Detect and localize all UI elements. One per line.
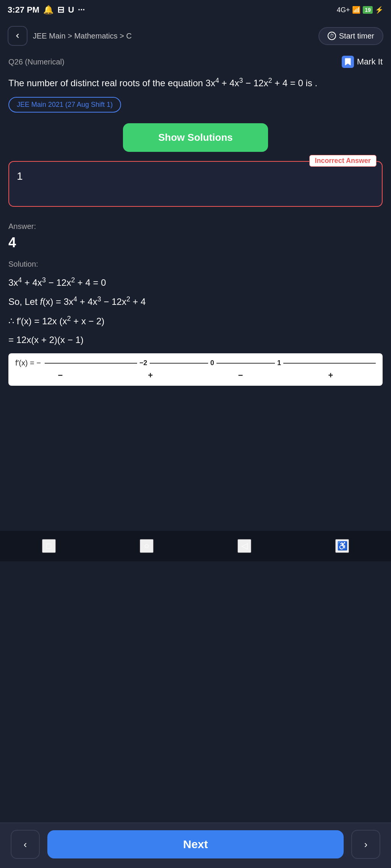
network-label: 4G+ — [337, 6, 350, 14]
question-tag: JEE Main 2021 (27 Aug Shift 1) — [8, 97, 121, 113]
nl-point-2: −2 — [137, 359, 150, 367]
sign-1: − — [58, 370, 63, 380]
back-button[interactable] — [8, 26, 27, 46]
solution-line-1: 3x4 + 4x3 − 12x2 + 4 = 0 — [8, 274, 383, 291]
android-home-btn[interactable]: ○ — [140, 539, 153, 553]
timer-button[interactable]: ⏱ Start timer — [318, 27, 383, 45]
next-button[interactable]: Next — [47, 830, 344, 858]
nl-point-3: 0 — [208, 359, 217, 367]
more-icon: ··· — [78, 5, 85, 15]
sign-4: + — [328, 370, 333, 380]
question-header: Q26 (Numerical) Mark It — [0, 52, 391, 70]
circle-icon: ○ — [144, 541, 149, 551]
timer-icon: ⏱ — [328, 32, 336, 40]
status-bar: 3:27 PM 🔔 ⊟ U ··· 4G+ 📶 19 ⚡ — [0, 0, 391, 20]
signal-icon: 📶 — [352, 6, 360, 14]
next-arrow-button[interactable]: › — [351, 830, 380, 859]
sign-3: − — [238, 370, 243, 380]
sign-2: + — [148, 370, 153, 380]
accessibility-icon: ♿ — [337, 541, 347, 551]
number-line-container: f′(x) = − −2 0 1 − + − + — [8, 353, 383, 386]
solution-math: 3x4 + 4x3 − 12x2 + 4 = 0 So, Let f(x) = … — [8, 274, 383, 348]
sim-label: U — [68, 5, 74, 15]
battery-level: 19 — [365, 7, 371, 13]
prev-arrow-icon: ‹ — [24, 839, 27, 850]
square-icon: □ — [46, 541, 51, 551]
android-nav-bar: □ ○ ◁ ♿ — [0, 531, 391, 561]
bottom-nav: ‹ Next › — [0, 823, 391, 868]
next-arrow-icon: › — [364, 839, 368, 850]
incorrect-badge: Incorrect Answer — [309, 155, 376, 167]
time-display: 3:27 PM — [8, 5, 39, 15]
status-time: 3:27 PM 🔔 ⊟ U ··· — [8, 5, 85, 15]
bookmark-icon — [342, 56, 354, 68]
answer-label: Answer: — [8, 222, 383, 231]
nl-point-4: 1 — [275, 359, 283, 367]
breadcrumb: JEE Main > Mathematics > C — [33, 32, 313, 40]
mark-it-button[interactable]: Mark It — [342, 56, 383, 68]
android-accessibility-btn[interactable]: ♿ — [335, 539, 349, 553]
nav-header: JEE Main > Mathematics > C ⏱ Start timer — [0, 20, 391, 52]
solution-label: Solution: — [8, 260, 383, 269]
show-solutions-button[interactable]: Show Solutions — [123, 123, 268, 152]
triangle-icon: ◁ — [241, 541, 248, 551]
user-answer-value: 1 — [17, 170, 23, 182]
battery-icon: 19 — [363, 6, 373, 14]
status-right: 4G+ 📶 19 ⚡ — [337, 6, 383, 14]
number-line-eq-label: f′(x) = − — [15, 359, 41, 367]
question-text: The number of distinct real roots of the… — [0, 70, 391, 94]
solution-line-2: So, Let f(x) = 3x4 + 4x3 − 12x2 + 4 — [8, 293, 383, 310]
notification-icon: 🔔 — [43, 5, 53, 15]
android-square-btn[interactable]: □ — [42, 539, 56, 553]
question-label: Q26 (Numerical) — [8, 58, 65, 66]
charging-icon: ⚡ — [375, 6, 383, 14]
answer-input-box[interactable]: 1 — [8, 161, 383, 207]
solution-line-3: ∴ f′(x) = 12x (x2 + x − 2) — [8, 312, 383, 329]
answer-input-container: Incorrect Answer 1 — [8, 161, 383, 207]
android-back-btn[interactable]: ◁ — [238, 539, 251, 553]
messages-icon: ⊟ — [57, 5, 64, 15]
solution-section: Answer: 4 Solution: 3x4 + 4x3 − 12x2 + 4… — [0, 218, 391, 393]
solution-line-4: = 12x(x + 2)(x − 1) — [8, 332, 383, 348]
sign-row: − + − + — [15, 370, 376, 380]
mark-it-label: Mark It — [357, 57, 383, 67]
answer-value: 4 — [8, 235, 383, 251]
prev-button[interactable]: ‹ — [11, 830, 40, 859]
timer-label: Start timer — [339, 32, 374, 40]
